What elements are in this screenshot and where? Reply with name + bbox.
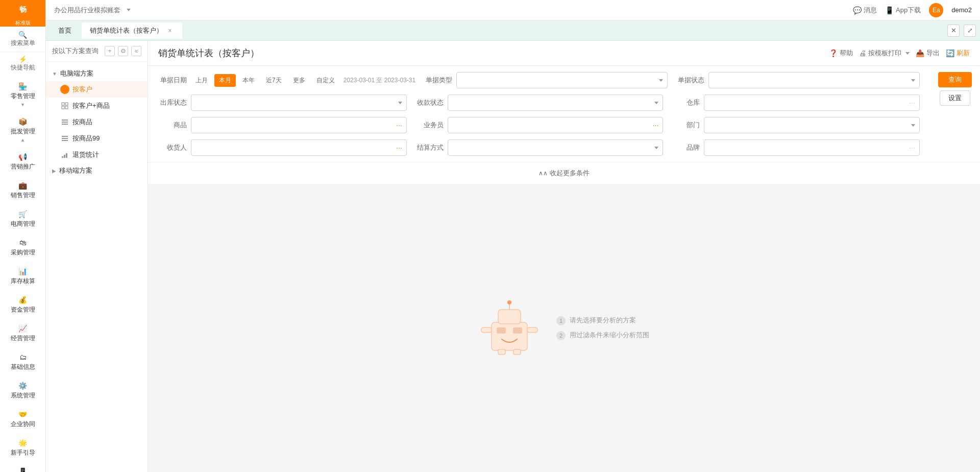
print-dropdown-icon — [905, 52, 910, 55]
salesperson-select[interactable]: ··· — [448, 117, 664, 133]
warehouse-ellipsis[interactable]: ··· — [909, 99, 915, 107]
scheme-item-by-customer[interactable]: 客 按客户 — [46, 81, 148, 98]
department-select[interactable] — [704, 117, 920, 133]
goods-select[interactable]: ··· — [191, 117, 407, 133]
logo-subtext: 标准版 — [15, 19, 31, 27]
collect-status-select[interactable] — [448, 95, 664, 111]
svg-rect-10 — [62, 138, 68, 139]
tab-restore-btn[interactable]: ⤢ — [964, 25, 976, 37]
sidebar-item-operations[interactable]: 📈 经营管理 — [0, 319, 46, 348]
avatar-text: Ea — [933, 7, 940, 14]
scheme-settings-btn[interactable]: ⚙ — [118, 46, 128, 56]
sidebar-label-basic: 基础信息 — [11, 363, 35, 371]
avatar[interactable]: Ea — [929, 3, 943, 17]
brand-label: 品牌 — [671, 143, 700, 152]
date-more-btn[interactable]: 更多 — [288, 74, 310, 87]
tab-active[interactable]: 销货单统计表（按客户） × — [82, 22, 182, 39]
sidebar-item-sales[interactable]: 💼 销售管理 — [0, 176, 46, 205]
out-status-chevron — [398, 102, 402, 104]
message-btn[interactable]: 💬 消息 — [853, 6, 877, 15]
empty-tips: 1 请先选择要分析的方案 2 用过滤条件来缩小分析范围 — [556, 316, 649, 340]
tab-home[interactable]: 首页 — [50, 22, 80, 39]
sidebar-item-purchase[interactable]: 🛍 采购管理 — [0, 233, 46, 262]
consignee-ellipsis[interactable]: ··· — [396, 144, 402, 152]
goods-ellipsis[interactable]: ··· — [396, 121, 402, 129]
scheme-item-return-stats[interactable]: 退货统计 — [46, 147, 148, 163]
sidebar-item-apps[interactable]: 📱 应用中心 — [0, 462, 46, 472]
sidebar-item-newbie[interactable]: 🌟 新手引导 — [0, 434, 46, 462]
consignee-select[interactable]: ··· — [191, 139, 407, 156]
sidebar-item-finance[interactable]: 💰 资金管理 — [0, 291, 46, 319]
logo-icon: 畅 — [14, 0, 32, 18]
filter-doc-type-field: 单据类型 — [424, 72, 668, 88]
filter-settlement-field: 结算方式 — [415, 139, 664, 156]
filter-collect-status-field: 收款状态 — [415, 95, 664, 111]
warehouse-label: 仓库 — [671, 98, 700, 107]
date-custom-btn[interactable]: 自定义 — [312, 74, 339, 87]
scheme-item-by-goods-99[interactable]: 按商品99 — [46, 130, 148, 147]
svg-rect-5 — [65, 106, 68, 109]
sidebar-item-basic[interactable]: 🗂 基础信息 — [0, 348, 46, 376]
scheme-panel-header: 按以下方案查询 + ⚙ « — [46, 41, 148, 62]
scheme-item-by-goods[interactable]: 按商品 — [46, 114, 148, 130]
search-menu-btn[interactable]: 🔍 搜索菜单 — [0, 27, 46, 52]
scheme-item-by-customer-goods[interactable]: 按客户+商品 — [46, 98, 148, 114]
out-status-select[interactable] — [191, 95, 407, 111]
refresh-label: 刷新 — [957, 49, 970, 58]
app-download-btn[interactable]: 📱 App下载 — [885, 6, 921, 15]
empty-state: 1 请先选择要分析的方案 2 用过滤条件来缩小分析范围 — [148, 184, 980, 472]
sidebar-item-system[interactable]: ⚙️ 系统管理 — [0, 376, 46, 405]
industry-dropdown-icon — [127, 9, 131, 11]
tab-close-all-btn[interactable]: ✕ — [947, 25, 960, 37]
brand-ellipsis[interactable]: ··· — [909, 144, 915, 152]
svg-rect-14 — [66, 153, 67, 158]
svg-rect-22 — [527, 327, 537, 333]
tab-close-btn[interactable]: × — [166, 27, 174, 35]
search-label: 搜索菜单 — [0, 39, 46, 48]
sidebar-item-marketing[interactable]: 📢 营销推广 — [0, 148, 46, 176]
date-label: 单据日期 — [158, 76, 187, 85]
top-header: 办公用品行业模拟账套 💬 消息 📱 App下载 Ea demo2 — [46, 0, 980, 20]
doc-type-label: 单据类型 — [424, 76, 452, 85]
scheme-collapse-btn[interactable]: « — [131, 46, 141, 56]
quick-nav-btn[interactable]: ⚡ 快捷导航 — [0, 52, 46, 75]
settlement-chevron — [654, 147, 658, 149]
sidebar-label-system: 系统管理 — [11, 391, 35, 400]
refresh-btn[interactable]: 🔄 刷新 — [946, 49, 970, 58]
filter-consignee-field: 收货人 ··· — [158, 139, 407, 156]
page-header: 销货单统计表（按客户） ❓ 帮助 🖨 按模板打印 📤 导出 — [148, 41, 980, 66]
nav-label: 快捷导航 — [0, 63, 46, 72]
sidebar-item-enterprise[interactable]: 🤝 企业协同 — [0, 405, 46, 434]
filter-fields: 单据日期 上月 本月 本年 近7天 更多 自定义 2023-03-01 至 20… — [148, 66, 930, 162]
scheme-group-header-desktop[interactable]: ▼ 电脑端方案 — [46, 66, 148, 81]
collapse-btn[interactable]: ∧∧ 收起更多条件 — [530, 167, 598, 180]
print-btn[interactable]: 🖨 按模板打印 — [859, 49, 910, 58]
scheme-item-icon-goods-99 — [60, 134, 69, 143]
settlement-select[interactable] — [448, 139, 664, 156]
sidebar-item-wholesale[interactable]: 📦 批发管理 ▲ — [0, 112, 46, 148]
salesperson-ellipsis[interactable]: ··· — [653, 121, 659, 129]
brand-select[interactable]: ··· — [704, 139, 920, 156]
sidebar-item-retail[interactable]: 🏪 零售管理 ▼ — [0, 77, 46, 112]
scheme-add-btn[interactable]: + — [105, 46, 115, 56]
filter-salesperson-field: 业务员 ··· — [415, 117, 664, 133]
svg-rect-7 — [62, 122, 68, 123]
scheme-item-label-return-stats: 退货统计 — [72, 150, 99, 159]
query-btn[interactable]: 查询 — [938, 72, 972, 87]
doc-type-select[interactable] — [456, 72, 668, 88]
date-last-month-btn[interactable]: 上月 — [191, 74, 212, 87]
settings-btn[interactable]: 设置 — [940, 90, 970, 106]
date-range-text: 2023-03-01 至 2023-03-31 — [344, 76, 415, 85]
date-last-7days-btn[interactable]: 近7天 — [261, 74, 286, 87]
warehouse-select[interactable]: ··· — [704, 95, 920, 111]
help-btn[interactable]: ❓ 帮助 — [829, 49, 853, 58]
scheme-group-header-mobile[interactable]: ▶ 移动端方案 — [46, 163, 148, 178]
export-btn[interactable]: 📤 导出 — [916, 49, 940, 58]
date-this-month-btn[interactable]: 本月 — [214, 74, 236, 87]
sidebar-item-ecommerce[interactable]: 🛒 电商管理 — [0, 205, 46, 233]
sidebar-item-inventory[interactable]: 📊 库存核算 — [0, 262, 46, 291]
svg-text:畅: 畅 — [19, 5, 27, 13]
filter-with-buttons: 单据日期 上月 本月 本年 近7天 更多 自定义 2023-03-01 至 20… — [148, 66, 980, 162]
doc-status-select[interactable] — [708, 72, 920, 88]
date-this-year-btn[interactable]: 本年 — [238, 74, 259, 87]
